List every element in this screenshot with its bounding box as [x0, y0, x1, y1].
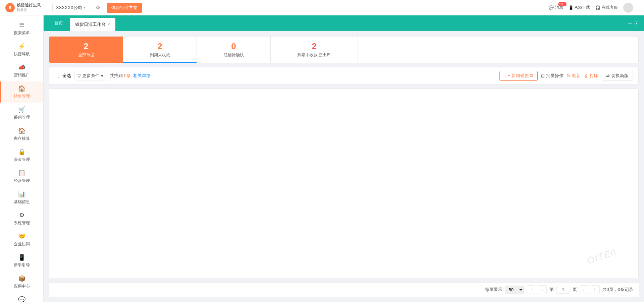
tab-close-button[interactable]: ×	[108, 22, 110, 27]
related-link[interactable]: 相关单据	[133, 73, 151, 78]
next-page-button[interactable]: ›	[580, 285, 588, 294]
sidebar-item-enterprise[interactable]: 🤝 企业协同	[0, 229, 43, 250]
message-button[interactable]: 💬 消息 99+	[549, 5, 563, 10]
refresh-button[interactable]: ↻ 刷新	[567, 73, 581, 79]
stat-overdue-shipped-label: 到期未收款 已出库	[277, 52, 351, 58]
per-page-select[interactable]: 50 100 200	[505, 286, 524, 294]
batch-operation-button[interactable]: ⊞ 批量操作	[541, 73, 564, 79]
toolbar: 全选 ▽ 更多条件 ▾ 共找到 0条 相关单据 + + 新增销	[49, 67, 639, 84]
enterprise-icon: 🤝	[18, 233, 25, 240]
print-icon: 🖨	[584, 73, 588, 78]
toolbar-left: 全选 ▽ 更多条件 ▾ 共找到 0条 相关单据	[55, 71, 495, 80]
switch-version-button[interactable]: ⇄ 切换新版	[602, 71, 633, 81]
tab-qian-huo[interactable]: 钱货日清工作台 ×	[70, 18, 115, 31]
page-number-input[interactable]	[556, 286, 570, 294]
sidebar-label-guide: 新手引导	[14, 262, 30, 268]
toolbar-right: + + 新增销货单 ⊞ 批量操作 ↻ 刷新 🖨 打印	[499, 71, 633, 81]
sidebar-item-operation[interactable]: 📋 经营管理	[0, 166, 43, 187]
sidebar-item-finance[interactable]: 🔒 资金管理	[0, 145, 43, 166]
first-page-button[interactable]: 《	[527, 285, 535, 294]
sidebar-label-purchase: 采购管理	[14, 115, 30, 120]
online-service-button[interactable]: 🎧 在线客服	[595, 5, 618, 10]
system-icon: ⚙	[19, 212, 24, 219]
found-text: 共找到 0条 相关单据	[110, 73, 151, 79]
sidebar-item-marketing[interactable]: 📣 营销推广	[0, 60, 43, 81]
print-button[interactable]: 🖨 打印	[584, 73, 598, 79]
guide-icon: 📱	[18, 254, 25, 261]
refresh-icon: ↻	[567, 73, 571, 78]
page-label: 第	[549, 287, 554, 293]
page-suffix: 页	[573, 287, 577, 293]
last-page-button[interactable]: 》	[591, 285, 600, 294]
header-left: 6 畅捷通好生意 标准版 XXXXXX公司 ▾ ⚙ 体验行业方案	[5, 2, 142, 13]
print-btn-label: 打印	[590, 73, 598, 79]
stat-wangwang[interactable]: 0 旺铺待确认	[197, 37, 271, 63]
stat-all[interactable]: 2 全部单据	[49, 37, 123, 63]
sidebar-label-system: 系统管理	[14, 220, 30, 226]
sidebar-item-basic-info[interactable]: 📊 基础信息	[0, 187, 43, 208]
stat-wangwang-number: 0	[204, 41, 264, 52]
select-all-checkbox[interactable]	[55, 74, 59, 78]
sidebar-item-purchase[interactable]: 🛒 采购管理	[0, 103, 43, 124]
basic-info-icon: 📊	[18, 190, 25, 198]
sidebar-item-quick-nav[interactable]: ⚡ 快捷导航	[0, 39, 43, 60]
app-download-button[interactable]: 📱 App下载	[569, 5, 590, 10]
settings-button[interactable]: ⚙	[93, 2, 103, 13]
sidebar-label-inventory: 库存核算	[14, 136, 30, 141]
sidebar-item-search-menu[interactable]: ☰ 搜索菜单	[0, 18, 43, 39]
logo-title: 畅捷通好生意	[17, 3, 41, 8]
sidebar-label-finance: 资金管理	[14, 157, 30, 163]
search-menu-icon: ☰	[19, 21, 24, 29]
filter-button[interactable]: ▽ 更多条件 ▾	[74, 71, 106, 80]
add-btn-label: + 新增销货单	[508, 73, 533, 79]
service-icon: 🎧	[595, 5, 600, 10]
stat-all-label: 全部单据	[56, 52, 116, 58]
logo-area: 6 畅捷通好生意 标准版	[5, 3, 49, 13]
stat-all-number: 2	[56, 41, 116, 52]
sidebar-item-wechat[interactable]: 💬 企业微信	[0, 293, 43, 302]
total-label: 共0页，0条记录	[602, 287, 633, 293]
table-area	[49, 88, 639, 278]
app-center-icon: 📦	[18, 275, 25, 282]
download-icon: 📱	[569, 5, 574, 10]
company-name: XXXXXX公司	[56, 5, 82, 11]
sidebar-item-app-center[interactable]: 📦 应用中心	[0, 271, 43, 293]
add-sales-order-button[interactable]: + + 新增销货单	[499, 71, 538, 81]
sidebar-item-sales[interactable]: 🏠 销售管理	[0, 81, 43, 103]
sidebar-label-basic-info: 基础信息	[14, 199, 30, 205]
logo-icon: 6	[5, 3, 15, 12]
sidebar-item-system[interactable]: ⚙ 系统管理	[0, 208, 43, 229]
filter-arrow-icon: ▾	[101, 73, 103, 78]
company-dropdown-arrow: ▾	[84, 5, 86, 10]
avatar[interactable]	[623, 3, 633, 13]
stats-row: 2 全部单据 2 到期未收款 0 旺铺待确认 2 到期未收款 已出库	[49, 36, 639, 63]
inventory-icon: 🏠	[18, 127, 25, 134]
purchase-icon: 🛒	[18, 106, 25, 113]
experience-button[interactable]: 体验行业方案	[107, 3, 142, 13]
found-prefix: 共找到	[110, 73, 123, 78]
operation-icon: 📋	[18, 169, 25, 177]
main-layout: ☰ 搜索菜单 ⚡ 快捷导航 📣 营销推广 🏠 销售管理 🛒 采购管理 🏠 库存核…	[0, 15, 644, 302]
add-icon: +	[504, 73, 506, 78]
stat-overdue-shipped[interactable]: 2 到期未收款 已出库	[271, 37, 358, 63]
switch-btn-label: 切换新版	[611, 73, 629, 79]
logo-text: 畅捷通好生意 标准版	[17, 3, 41, 13]
tab-home[interactable]: 首页	[49, 17, 68, 29]
tab-label: 钱货日清工作台	[75, 21, 106, 27]
sidebar-item-inventory[interactable]: 🏠 库存核算	[0, 124, 43, 145]
found-count: 0条	[124, 73, 131, 78]
active-indicator	[0, 81, 1, 103]
sidebar-label-marketing: 营销推广	[14, 72, 30, 78]
minimize-button[interactable]: ─	[628, 20, 632, 26]
prev-page-button[interactable]: ‹	[538, 285, 547, 294]
company-selector[interactable]: XXXXXX公司 ▾	[52, 3, 89, 12]
stat-overdue-shipped-number: 2	[277, 41, 351, 52]
maximize-button[interactable]: ⊡	[634, 20, 639, 26]
sales-icon: 🏠	[18, 85, 25, 92]
sidebar-label-search-menu: 搜索菜单	[14, 30, 30, 36]
stat-overdue[interactable]: 2 到期未收款	[123, 37, 197, 63]
sidebar-item-guide[interactable]: 📱 新手引导	[0, 250, 43, 271]
wechat-icon: 💬	[18, 296, 25, 302]
tab-bar-actions: ─ ⊡	[628, 20, 639, 26]
per-page-label: 每页显示	[485, 287, 502, 293]
